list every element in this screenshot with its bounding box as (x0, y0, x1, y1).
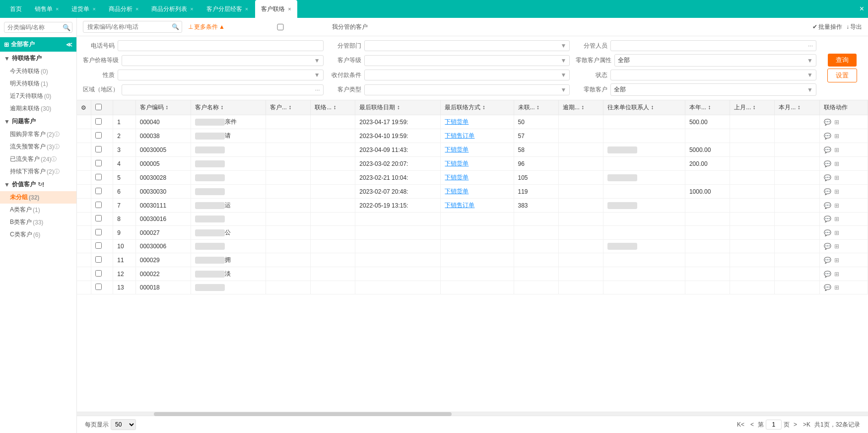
grid-action-icon[interactable]: ⊞ (834, 284, 839, 291)
message-icon[interactable]: 💬 (824, 229, 831, 236)
message-icon[interactable]: 💬 (824, 243, 831, 250)
close-segment-icon[interactable]: × (245, 6, 248, 12)
sidebar-item-class-b[interactable]: B类客户(33) (0, 216, 76, 228)
col-last-month[interactable]: 上月... ↕ (730, 100, 775, 115)
contact-type-link[interactable]: 下销货单 (445, 118, 468, 125)
col-check-cell[interactable] (91, 171, 113, 185)
sidebar-item-warning[interactable]: 流失预警客户(3) ⓘ (0, 141, 76, 153)
grid-action-icon[interactable]: ⊞ (834, 202, 839, 209)
grid-action-icon[interactable]: ⊞ (834, 271, 839, 278)
tab-customer-segment[interactable]: 客户分层经客 × (200, 0, 254, 18)
col-settings[interactable]: ⚙ (77, 100, 91, 115)
col-this-month[interactable]: 本月... ↕ (775, 100, 819, 115)
sidebar-item-tomorrow[interactable]: 明天待联络(1) (0, 77, 76, 90)
grid-action-icon[interactable]: ⊞ (834, 188, 839, 195)
col-level[interactable]: 客户... ↕ (266, 100, 310, 115)
col-check-cell[interactable] (91, 226, 113, 240)
row-checkbox[interactable] (95, 174, 102, 180)
sidebar-item-abnormal[interactable]: 囤购异常客户(2) ⓘ (0, 128, 76, 141)
prev-page-button[interactable]: < (748, 421, 756, 429)
contact-type-link[interactable]: 下销货单 (445, 146, 468, 153)
tab-home[interactable]: 首页 (4, 0, 28, 18)
sidebar-item-class-a[interactable]: A类客户(1) (0, 204, 76, 216)
cust-level-select[interactable]: ▼ (364, 55, 570, 66)
sidebar-item-unassigned[interactable]: 未分组(32) (0, 191, 76, 204)
refresh-icon[interactable]: ↻ (38, 181, 42, 188)
tab-product-analysis-list[interactable]: 商品分析列表 × (145, 0, 199, 18)
message-icon[interactable]: 💬 (824, 174, 831, 181)
sidebar-item-7days[interactable]: 近7天待联络(0) (0, 90, 76, 102)
grid-action-icon[interactable]: ⊞ (834, 133, 839, 140)
select-all-checkbox[interactable] (95, 104, 102, 110)
row-checkbox[interactable] (95, 202, 102, 208)
search-bar-icon[interactable]: 🔍 (172, 23, 179, 30)
more-conditions-button[interactable]: ⊥ 更多条件 ▲ (188, 23, 225, 31)
col-check-cell[interactable] (91, 157, 113, 171)
row-checkbox[interactable] (95, 270, 102, 277)
col-check-cell[interactable] (91, 199, 113, 213)
tab-purchase[interactable]: 进货单 × (66, 0, 101, 18)
close-purchase-tab-icon[interactable]: × (92, 6, 95, 12)
phone-input[interactable] (118, 40, 324, 51)
close-product-list-icon[interactable]: × (190, 6, 193, 12)
col-no-contact[interactable]: 未联... ↕ (514, 100, 558, 115)
message-icon[interactable]: 💬 (824, 133, 831, 140)
row-checkbox[interactable] (95, 284, 102, 290)
last-page-button[interactable]: >K (801, 421, 812, 429)
sidebar-search-icon[interactable]: 🔍 (63, 24, 70, 31)
col-select-all[interactable] (91, 100, 113, 115)
col-contact[interactable]: 联络... ↕ (311, 100, 355, 115)
page-number-input[interactable] (766, 420, 782, 430)
contact-type-link[interactable]: 下销货单 (445, 174, 468, 181)
price-level-select[interactable]: ▼ (122, 55, 324, 66)
status-select[interactable]: ▼ (610, 70, 816, 80)
col-check-cell[interactable] (91, 185, 113, 199)
scrollbar-thumb[interactable] (154, 412, 452, 416)
message-icon[interactable]: 💬 (824, 188, 831, 195)
tab-sales[interactable]: 销售单 × (29, 0, 65, 18)
contact-type-link[interactable]: 下销货单 (445, 188, 468, 195)
retail-select[interactable]: 全部 ▼ (610, 83, 816, 96)
contact-type-link[interactable]: 下销售订单 (445, 202, 474, 209)
message-icon[interactable]: 💬 (824, 284, 831, 291)
next-page-button[interactable]: > (792, 421, 799, 429)
row-checkbox[interactable] (95, 215, 102, 221)
col-check-cell[interactable] (91, 115, 113, 129)
col-check-cell[interactable] (91, 240, 113, 253)
col-this-year[interactable]: 本年... ↕ (685, 100, 730, 115)
message-icon[interactable]: 💬 (824, 146, 831, 153)
col-check-cell[interactable] (91, 143, 113, 157)
sidebar-item-class-c[interactable]: C类客户(6) (0, 228, 76, 241)
message-icon[interactable]: 💬 (824, 216, 831, 222)
reset-button[interactable]: 设置 (827, 69, 857, 82)
grid-action-icon[interactable]: ⊞ (834, 146, 839, 153)
close-contact-icon[interactable]: × (288, 6, 291, 12)
row-checkbox[interactable] (95, 188, 102, 194)
col-last-type[interactable]: 最后联络方式 ↕ (441, 100, 514, 115)
row-checkbox[interactable] (95, 132, 102, 139)
sidebar-group-pending[interactable]: ▼ 待联络客户 (0, 52, 76, 65)
nature-select[interactable]: ▼ (118, 70, 324, 80)
first-page-button[interactable]: K< (735, 421, 746, 429)
message-icon[interactable]: 💬 (824, 119, 831, 126)
sidebar-group-value[interactable]: ▼ 价值客户 ↻ ! (0, 178, 76, 191)
row-checkbox[interactable] (95, 160, 102, 166)
region-select[interactable]: ··· (122, 84, 324, 95)
message-icon[interactable]: 💬 (824, 257, 831, 264)
grid-action-icon[interactable]: ⊞ (834, 160, 839, 167)
sidebar-item-overdue[interactable]: 逾期未联络(30) (0, 102, 76, 115)
my-customers-check[interactable] (231, 24, 330, 30)
all-customers-header[interactable]: ⊞ 全部客户 ≪ (0, 37, 76, 52)
col-inter[interactable]: 往来单位联系人 ↕ (603, 100, 685, 115)
contact-type-link[interactable]: 下销货单 (445, 160, 468, 167)
cust-type-select[interactable]: ▼ (364, 84, 570, 95)
tab-product-analysis[interactable]: 商品分析 × (103, 0, 144, 18)
manager-select[interactable]: ··· (610, 40, 816, 51)
contact-type-link[interactable]: 下销售订单 (445, 132, 474, 139)
tab-customer-contact[interactable]: 客户联络 × (255, 0, 297, 18)
close-product-analysis-icon[interactable]: × (135, 6, 138, 12)
sidebar-item-declining[interactable]: 持续下滑客户(2) ⓘ (0, 165, 76, 178)
message-icon[interactable]: 💬 (824, 160, 831, 167)
grid-action-icon[interactable]: ⊞ (834, 229, 839, 236)
col-overdue[interactable]: 逾期... ↕ (558, 100, 603, 115)
